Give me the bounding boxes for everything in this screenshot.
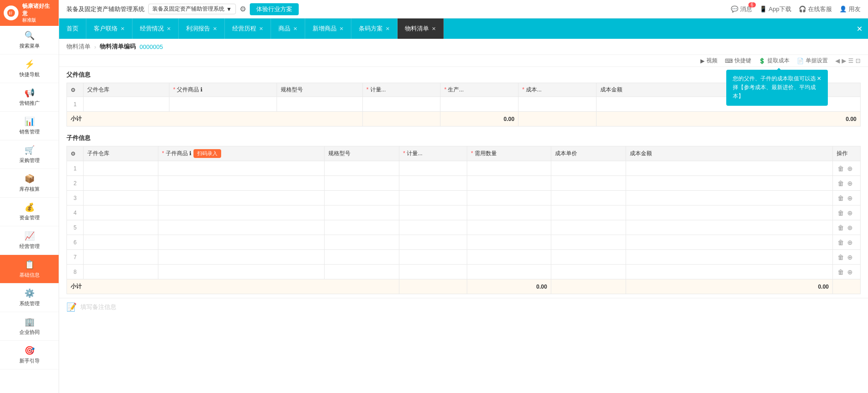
child-row-4-unit-cost[interactable] bbox=[551, 206, 626, 220]
child-row-5-unit[interactable] bbox=[399, 220, 467, 235]
child-row-1-warehouse[interactable] bbox=[84, 161, 158, 176]
message-button[interactable]: 💬 消息 6 bbox=[731, 5, 752, 13]
tab-bom[interactable]: 物料清单 ✕ bbox=[398, 18, 444, 39]
close-tab-barcode[interactable]: ✕ bbox=[386, 26, 390, 32]
child-row-6-unit[interactable] bbox=[399, 235, 467, 250]
copy-row-4-icon[interactable]: ⊕ bbox=[847, 209, 853, 217]
parent-row-1-product[interactable] bbox=[169, 97, 277, 112]
child-row-1-spec[interactable] bbox=[325, 161, 399, 176]
child-row-6-product[interactable] bbox=[158, 235, 324, 250]
child-row-1-qty[interactable] bbox=[467, 161, 551, 176]
delete-row-5-icon[interactable]: 🗑 bbox=[838, 224, 844, 231]
child-row-3-qty[interactable] bbox=[467, 191, 551, 206]
child-row-3-unit[interactable] bbox=[399, 191, 467, 206]
close-all-tabs[interactable]: ✕ bbox=[851, 24, 868, 33]
delete-row-7-icon[interactable]: 🗑 bbox=[838, 254, 844, 261]
child-row-4-warehouse[interactable] bbox=[84, 206, 158, 220]
copy-row-2-icon[interactable]: ⊕ bbox=[847, 180, 853, 187]
user-menu[interactable]: 👤 用友 bbox=[839, 5, 861, 13]
online-service-button[interactable]: 🎧 在线客服 bbox=[799, 5, 832, 13]
close-tab-profit[interactable]: ✕ bbox=[213, 26, 217, 32]
tab-barcode[interactable]: 条码方案 ✕ bbox=[351, 18, 398, 39]
child-row-4-spec[interactable] bbox=[325, 206, 399, 220]
child-row-2-spec[interactable] bbox=[325, 176, 399, 191]
tooltip-close-button[interactable]: ✕ bbox=[817, 74, 821, 83]
child-row-8-warehouse[interactable] bbox=[84, 265, 158, 279]
child-row-3-warehouse[interactable] bbox=[84, 191, 158, 206]
child-row-8-unit[interactable] bbox=[399, 265, 467, 279]
tab-operations[interactable]: 经营情况 ✕ bbox=[133, 18, 179, 39]
child-row-2-unit-cost[interactable] bbox=[551, 176, 626, 191]
child-row-6-unit-cost[interactable] bbox=[551, 235, 626, 250]
delete-row-4-icon[interactable]: 🗑 bbox=[838, 209, 844, 217]
sidebar-item-sales[interactable]: 📊 销售管理 bbox=[0, 112, 59, 140]
note-hint[interactable]: 填写备注信息 bbox=[80, 303, 116, 311]
child-row-8-qty[interactable] bbox=[467, 265, 551, 279]
child-row-8-unit-cost[interactable] bbox=[551, 265, 626, 279]
parent-row-1-unit[interactable] bbox=[362, 97, 440, 112]
close-tab-history[interactable]: ✕ bbox=[259, 26, 263, 32]
sidebar-item-quicknav[interactable]: ⚡ 快捷导航 bbox=[0, 54, 59, 83]
parent-row-1-spec[interactable] bbox=[277, 97, 362, 112]
delete-row-2-icon[interactable]: 🗑 bbox=[838, 180, 844, 187]
copy-row-8-icon[interactable]: ⊕ bbox=[847, 268, 853, 276]
sidebar-item-basic[interactable]: 📋 基础信息 bbox=[0, 255, 59, 284]
tab-product[interactable]: 商品 ✕ bbox=[271, 18, 305, 39]
settings-icon[interactable]: ⚙ bbox=[240, 5, 246, 13]
trial-button[interactable]: 体验行业方案 bbox=[250, 3, 299, 15]
tab-history[interactable]: 经营历程 ✕ bbox=[225, 18, 271, 39]
child-row-2-product[interactable] bbox=[158, 176, 324, 191]
sidebar-item-enterprise[interactable]: 🏢 企业协同 bbox=[0, 312, 59, 341]
delete-row-1-icon[interactable]: 🗑 bbox=[838, 165, 844, 172]
child-row-7-warehouse[interactable] bbox=[84, 250, 158, 265]
child-row-5-warehouse[interactable] bbox=[84, 220, 158, 235]
sidebar-item-search[interactable]: 🔍 搜索菜单 bbox=[0, 26, 59, 54]
child-row-1-product[interactable] bbox=[158, 161, 324, 176]
tab-profit[interactable]: 利润报告 ✕ bbox=[179, 18, 225, 39]
copy-row-5-icon[interactable]: ⊕ bbox=[847, 224, 853, 231]
child-row-3-unit-cost[interactable] bbox=[551, 191, 626, 206]
copy-row-1-icon[interactable]: ⊕ bbox=[847, 165, 853, 172]
close-tab-new-product[interactable]: ✕ bbox=[339, 26, 344, 32]
breadcrumb-bom[interactable]: 物料清单 bbox=[66, 42, 90, 51]
child-row-5-unit-cost[interactable] bbox=[551, 220, 626, 235]
child-row-7-unit[interactable] bbox=[399, 250, 467, 265]
child-row-8-product[interactable] bbox=[158, 265, 324, 279]
copy-row-6-icon[interactable]: ⊕ bbox=[847, 239, 853, 246]
child-row-1-unit-cost[interactable] bbox=[551, 161, 626, 176]
child-row-1-unit[interactable] bbox=[399, 161, 467, 176]
child-row-4-unit[interactable] bbox=[399, 206, 467, 220]
copy-row-7-icon[interactable]: ⊕ bbox=[847, 254, 853, 261]
scan-button[interactable]: 扫码录入 bbox=[193, 149, 221, 158]
delete-row-3-icon[interactable]: 🗑 bbox=[838, 194, 844, 202]
child-row-5-qty[interactable] bbox=[467, 220, 551, 235]
toolbar-settings[interactable]: 📄 单据设置 ✕ 您的父件、子件的成本取值可以选择【参考成本、最新进价、平均成本… bbox=[797, 57, 828, 65]
copy-row-3-icon[interactable]: ⊕ bbox=[847, 194, 853, 202]
child-row-3-product[interactable] bbox=[158, 191, 324, 206]
toolbar-cost[interactable]: 💲 提取成本 bbox=[759, 57, 790, 65]
parent-row-1-cost[interactable] bbox=[518, 97, 597, 112]
parent-row-1-produce[interactable] bbox=[440, 97, 518, 112]
child-row-6-warehouse[interactable] bbox=[84, 235, 158, 250]
expand-icon[interactable]: ⊡ bbox=[856, 57, 861, 64]
app-download-button[interactable]: 📱 App下载 bbox=[760, 5, 791, 13]
system-select[interactable]: 装备及固定资产辅助管理系统 ▼ bbox=[148, 4, 236, 14]
child-row-7-product[interactable] bbox=[158, 250, 324, 265]
child-row-6-spec[interactable] bbox=[325, 235, 399, 250]
child-row-4-qty[interactable] bbox=[467, 206, 551, 220]
child-row-5-spec[interactable] bbox=[325, 220, 399, 235]
sidebar-item-inventory[interactable]: 📦 库存核算 bbox=[0, 169, 59, 198]
child-row-5-product[interactable] bbox=[158, 220, 324, 235]
close-tab-product[interactable]: ✕ bbox=[293, 26, 297, 32]
close-tab-bom[interactable]: ✕ bbox=[432, 26, 436, 32]
toolbar-shortcut[interactable]: ⌨ 快捷键 bbox=[725, 57, 751, 65]
sidebar-item-system[interactable]: ⚙️ 系统管理 bbox=[0, 284, 59, 312]
child-row-2-warehouse[interactable] bbox=[84, 176, 158, 191]
child-row-7-unit-cost[interactable] bbox=[551, 250, 626, 265]
toolbar-video[interactable]: ▶ 视频 bbox=[700, 57, 717, 65]
close-tab-operations[interactable]: ✕ bbox=[167, 26, 171, 32]
child-row-7-qty[interactable] bbox=[467, 250, 551, 265]
close-tab-customer[interactable]: ✕ bbox=[121, 26, 125, 32]
next-icon[interactable]: ▶ bbox=[842, 57, 846, 64]
tab-home[interactable]: 首页 bbox=[59, 18, 86, 39]
